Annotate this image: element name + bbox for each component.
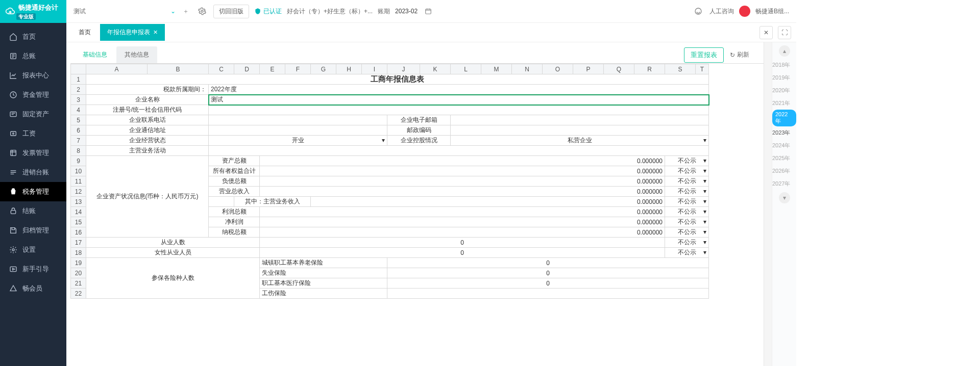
select-publish[interactable]: 不公示▾ bbox=[665, 217, 709, 227]
select-status[interactable]: 开业▾ bbox=[209, 136, 387, 146]
cell[interactable]: 0 bbox=[387, 278, 709, 289]
cell[interactable] bbox=[209, 146, 709, 156]
col-header[interactable]: F bbox=[285, 64, 311, 74]
row-header[interactable]: 20 bbox=[71, 268, 86, 278]
cell[interactable]: 不公示▾ bbox=[665, 248, 709, 258]
user-name[interactable]: 畅捷通B组... bbox=[755, 7, 789, 16]
col-header[interactable]: I bbox=[362, 64, 387, 74]
select-holding[interactable]: 私营企业▾ bbox=[451, 136, 709, 146]
col-header[interactable]: N bbox=[512, 64, 543, 74]
cell[interactable]: 0.000000 bbox=[260, 207, 665, 217]
nav-item-10[interactable]: 归档管理 bbox=[0, 221, 66, 240]
col-header[interactable] bbox=[71, 64, 86, 74]
cell[interactable]: 0.000000 bbox=[260, 166, 665, 176]
input-reg[interactable] bbox=[209, 105, 709, 115]
cell[interactable]: 0.000000 bbox=[260, 227, 665, 238]
year-2026年[interactable]: 2026年 bbox=[772, 165, 796, 177]
cell[interactable]: 0 bbox=[387, 268, 709, 278]
row-header[interactable]: 16 bbox=[71, 227, 86, 238]
col-header[interactable]: T bbox=[696, 64, 709, 74]
year-2018年[interactable]: 2018年 bbox=[772, 59, 796, 71]
year-down-button[interactable]: ▾ bbox=[779, 192, 790, 203]
col-header[interactable]: P bbox=[573, 64, 604, 74]
tab-home[interactable]: 首页 bbox=[71, 24, 98, 41]
row-header[interactable]: 1 bbox=[71, 74, 86, 85]
year-up-button[interactable]: ▴ bbox=[779, 45, 790, 57]
select-publish[interactable]: 不公示▾ bbox=[665, 197, 709, 207]
row-header[interactable]: 18 bbox=[71, 248, 86, 258]
row-header[interactable]: 15 bbox=[71, 217, 86, 227]
close-icon[interactable]: ✕ bbox=[153, 29, 158, 36]
select-publish[interactable]: 不公示▾ bbox=[665, 166, 709, 176]
cell[interactable]: 0.000000 bbox=[260, 187, 665, 197]
nav-item-3[interactable]: 资金管理 bbox=[0, 85, 66, 104]
cell[interactable]: 0 bbox=[387, 258, 709, 268]
row-header[interactable]: 14 bbox=[71, 207, 86, 217]
col-header[interactable]: L bbox=[451, 64, 481, 74]
col-header[interactable]: J bbox=[387, 64, 420, 74]
col-header[interactable]: G bbox=[311, 64, 336, 74]
cell[interactable]: 0.000000 bbox=[260, 217, 665, 227]
support-icon[interactable] bbox=[692, 5, 704, 17]
cell[interactable]: 不公示▾ bbox=[665, 238, 709, 248]
nav-item-1[interactable]: 总账 bbox=[0, 46, 66, 66]
cell[interactable]: 0 bbox=[260, 248, 665, 258]
row-header[interactable]: 4 bbox=[71, 105, 86, 115]
nav-item-8[interactable]: 税务管理 bbox=[0, 182, 66, 201]
year-2019年[interactable]: 2019年 bbox=[772, 71, 796, 84]
row-header[interactable]: 9 bbox=[71, 156, 86, 166]
nav-item-11[interactable]: 设置 bbox=[0, 240, 66, 259]
cell[interactable] bbox=[387, 289, 709, 299]
year-2023年[interactable]: 2023年 bbox=[772, 126, 796, 139]
nav-item-9[interactable]: 结账 bbox=[0, 201, 66, 221]
gear-icon[interactable] bbox=[196, 5, 208, 17]
col-header[interactable]: M bbox=[481, 64, 512, 74]
col-header[interactable]: C bbox=[209, 64, 234, 74]
close-all-button[interactable]: ✕ bbox=[760, 26, 773, 39]
col-header[interactable]: S bbox=[665, 64, 696, 74]
row-header[interactable]: 8 bbox=[71, 146, 86, 156]
tab-annual-report[interactable]: 年报信息申报表 ✕ bbox=[100, 24, 165, 41]
nav-item-13[interactable]: 畅会员 bbox=[0, 279, 66, 298]
year-2021年[interactable]: 2021年 bbox=[772, 97, 796, 110]
col-header[interactable]: A bbox=[86, 64, 148, 74]
col-header[interactable]: E bbox=[260, 64, 285, 74]
col-header[interactable]: O bbox=[543, 64, 573, 74]
row-header[interactable]: 6 bbox=[71, 125, 86, 136]
scrollbar-vertical[interactable] bbox=[764, 42, 772, 366]
refresh-button[interactable]: ↻ 刷新 bbox=[730, 50, 749, 59]
row-header[interactable]: 17 bbox=[71, 238, 86, 248]
row-header[interactable]: 21 bbox=[71, 278, 86, 289]
row-header[interactable]: 10 bbox=[71, 166, 86, 176]
select-publish[interactable]: 不公示▾ bbox=[665, 227, 709, 238]
select-publish[interactable]: 不公示▾ bbox=[665, 156, 709, 166]
input-company[interactable]: 测试 bbox=[209, 95, 709, 105]
nav-item-2[interactable]: 报表中心 bbox=[0, 66, 66, 85]
select-publish[interactable]: 不公示▾ bbox=[665, 176, 709, 187]
fullscreen-button[interactable]: ⛶ bbox=[778, 26, 791, 39]
subtab-basic[interactable]: 基础信息 bbox=[75, 46, 115, 63]
col-header[interactable]: R bbox=[634, 64, 665, 74]
nav-item-7[interactable]: 进销台账 bbox=[0, 163, 66, 182]
col-header[interactable]: H bbox=[336, 64, 362, 74]
row-header[interactable]: 2 bbox=[71, 85, 86, 95]
add-icon[interactable]: ＋ bbox=[181, 5, 191, 18]
year-2022年[interactable]: 2022年 bbox=[772, 110, 796, 126]
row-header[interactable]: 12 bbox=[71, 187, 86, 197]
cell[interactable]: 0.000000 bbox=[260, 176, 665, 187]
row-header[interactable]: 19 bbox=[71, 258, 86, 268]
col-header[interactable]: K bbox=[420, 64, 451, 74]
switch-old-button[interactable]: 切回旧版 bbox=[213, 5, 249, 18]
col-header[interactable]: D bbox=[234, 64, 260, 74]
cell[interactable]: 0.000000 bbox=[311, 197, 665, 207]
row-header[interactable]: 22 bbox=[71, 289, 86, 299]
row-header[interactable]: 5 bbox=[71, 115, 86, 125]
nav-item-4[interactable]: 固定资产 bbox=[0, 104, 66, 124]
period-value[interactable]: 2023-02 bbox=[395, 8, 418, 15]
avatar[interactable] bbox=[739, 6, 750, 17]
year-2024年[interactable]: 2024年 bbox=[772, 139, 796, 152]
row-header[interactable]: 11 bbox=[71, 176, 86, 187]
select-publish[interactable]: 不公示▾ bbox=[665, 207, 709, 217]
nav-item-12[interactable]: 新手引导 bbox=[0, 259, 66, 279]
spreadsheet[interactable]: ABCDEFGHIJKLMNOPQRST1工商年报信息表2税款所属期间：2022… bbox=[70, 63, 764, 366]
